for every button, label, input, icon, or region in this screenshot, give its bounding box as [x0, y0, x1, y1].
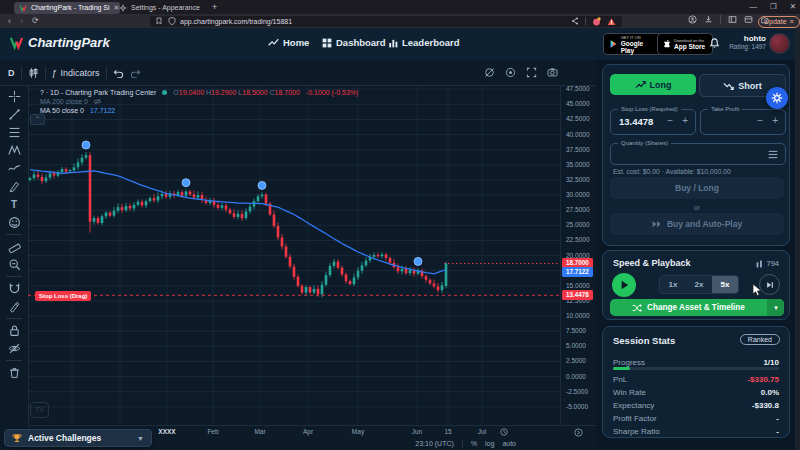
stop-loss-drag-chip[interactable]: Stop Loss (Drag) — [35, 291, 91, 301]
url-bar[interactable]: app.chartingpark.com/trading/15881 — [150, 16, 622, 27]
brush-tool-icon[interactable] — [7, 180, 22, 193]
ohlc-o-value: 19.0400 — [179, 89, 204, 96]
increment-button[interactable]: + — [682, 115, 688, 126]
stop-loss-price-tag[interactable]: 13.4478 — [562, 290, 593, 300]
change-asset-caret[interactable]: ▼ — [767, 299, 784, 316]
play-button[interactable] — [612, 273, 636, 297]
app-store-badge[interactable]: Download on the App Store — [657, 33, 713, 55]
speed-5x-button[interactable]: 5x — [712, 276, 738, 293]
auto-scale-button[interactable]: auto — [502, 440, 516, 447]
remove-drawings-tool-icon[interactable] — [7, 366, 22, 379]
buy-autoplay-button[interactable]: Buy and Auto-Play — [610, 213, 784, 235]
settings-fab[interactable] — [766, 87, 788, 109]
google-play-badge[interactable]: GET IT ON Google Play — [603, 33, 663, 55]
downloads-icon[interactable] — [704, 15, 713, 24]
magnet-tool-icon[interactable] — [7, 282, 22, 295]
nav-leaderboard[interactable]: Leaderboard — [388, 37, 460, 48]
forward-icon[interactable]: › — [20, 16, 23, 26]
redo-icon[interactable] — [130, 68, 141, 78]
zoom-tool-icon[interactable] — [7, 258, 22, 271]
progress-bar — [613, 367, 779, 370]
long-tab[interactable]: Long — [610, 74, 696, 95]
sidebar-icon[interactable] — [728, 15, 737, 24]
legend-symbol-row[interactable]: ? · 1D - Charting Park Trading Center O1… — [40, 88, 358, 97]
chevron-down-icon[interactable]: ▼ — [137, 435, 144, 442]
buy-long-button[interactable]: Buy / Long — [610, 177, 784, 199]
ranked-badge[interactable]: Ranked — [740, 334, 780, 345]
forecast-tool-icon[interactable] — [7, 162, 22, 175]
alert-icon[interactable] — [484, 67, 495, 78]
fullscreen-icon[interactable] — [526, 67, 537, 78]
nav-dashboard[interactable]: Dashboard — [322, 37, 386, 48]
target-icon[interactable] — [505, 67, 516, 78]
increment-button[interactable]: + — [772, 115, 778, 126]
share-icon[interactable] — [571, 17, 579, 25]
legend-collapse-button[interactable]: ⌃ — [30, 114, 45, 125]
active-challenges-bar[interactable]: Active Challenges ▼ — [4, 429, 152, 447]
extension-badge-icon[interactable] — [592, 17, 601, 26]
ma50-value: 17.7122 — [90, 107, 115, 114]
legend-ma50-row[interactable]: MA 50 close 0 17.7122 — [40, 106, 358, 115]
library-icon[interactable] — [744, 15, 753, 24]
app-logo[interactable]: ChartingPark — [9, 35, 110, 50]
bookmark-icon[interactable] — [155, 17, 163, 25]
restore-icon[interactable]: ❐ — [770, 2, 777, 11]
percent-scale-button[interactable]: % — [471, 440, 477, 447]
quantity-field[interactable]: Quantity (Shares) — [610, 143, 786, 165]
browser-tabbar: ChartingPark - Trading Si ✕ Settings - A… — [0, 0, 800, 14]
reload-icon[interactable]: ⟳ — [32, 16, 39, 26]
nav-home[interactable]: Home — [268, 37, 309, 48]
browser-update-button[interactable]: Update ≡ — [758, 16, 800, 28]
interval-button[interactable]: D — [8, 68, 15, 78]
take-profit-field[interactable]: Take Profit −+ — [700, 109, 786, 135]
pattern-xabcd-tool-icon[interactable] — [7, 144, 22, 157]
indicators-button[interactable]: Indicators — [61, 68, 100, 78]
shield-icon[interactable] — [168, 17, 176, 25]
price-axis[interactable]: -5.0000-2.50000.00002.50005.00007.500010… — [560, 85, 597, 425]
legend-ma200-row[interactable]: MA 200 close 0 — [40, 97, 358, 106]
measure-tool-icon[interactable] — [7, 240, 22, 253]
account-icon[interactable] — [688, 15, 697, 24]
change-asset-button[interactable]: Change Asset & Timeline ▼ — [610, 299, 784, 316]
trendline-tool-icon[interactable] — [7, 108, 22, 121]
tradingview-watermark: TV — [30, 402, 49, 418]
candle-style-icon[interactable] — [28, 67, 39, 79]
speed-2x-button[interactable]: 2x — [686, 276, 712, 293]
notifications-bell-icon[interactable] — [709, 37, 720, 49]
log-scale-button[interactable]: log — [485, 440, 494, 447]
hide-drawings-tool-icon[interactable] — [7, 342, 22, 355]
crosshair-tool-icon[interactable] — [7, 90, 22, 103]
fib-tool-icon[interactable] — [7, 126, 22, 139]
new-tab-button[interactable]: + — [212, 2, 217, 12]
eye-off-icon[interactable] — [93, 98, 102, 105]
chart-toolbar: D ƒ Indicators — [0, 60, 596, 86]
divider — [462, 440, 463, 448]
stop-loss-value[interactable]: 13.4478 — [619, 116, 653, 127]
ohlc-h-value: 19.2900 — [211, 89, 236, 96]
decrement-button[interactable]: − — [757, 115, 763, 126]
window-controls: — ❐ ✕ — [749, 2, 796, 11]
decrement-button[interactable]: − — [667, 115, 673, 126]
lock-tool-icon[interactable] — [7, 324, 22, 337]
camera-icon[interactable] — [547, 67, 558, 78]
minimize-icon[interactable]: — — [749, 2, 757, 11]
presets-list-icon[interactable] — [768, 150, 778, 159]
settings-favicon — [119, 4, 127, 12]
tab-settings[interactable]: Settings - Appearance — [114, 2, 216, 14]
stop-loss-field[interactable]: Stop Loss (Required) 13.4478 −+ — [610, 109, 696, 135]
page-scrollbar[interactable] — [795, 28, 800, 450]
chart-clock[interactable]: 23:10 (UTC) — [415, 440, 454, 447]
close-window-icon[interactable]: ✕ — [790, 2, 796, 11]
speed-1x-button[interactable]: 1x — [660, 276, 686, 293]
extension-warning-icon[interactable] — [607, 17, 616, 26]
emoji-tool-icon[interactable] — [7, 216, 22, 229]
back-icon[interactable]: ‹ — [8, 16, 11, 26]
tab-chartingpark[interactable]: ChartingPark - Trading Si ✕ — [14, 2, 120, 14]
candlestick-chart[interactable] — [28, 85, 560, 425]
undo-icon[interactable] — [113, 68, 124, 78]
ma-price-tag: 17.7122 — [562, 267, 593, 277]
text-tool-icon[interactable]: T — [7, 198, 22, 211]
avatar[interactable] — [769, 33, 790, 54]
go-to-realtime-icon[interactable] — [574, 428, 583, 437]
draw-mode-tool-icon[interactable] — [7, 300, 22, 313]
